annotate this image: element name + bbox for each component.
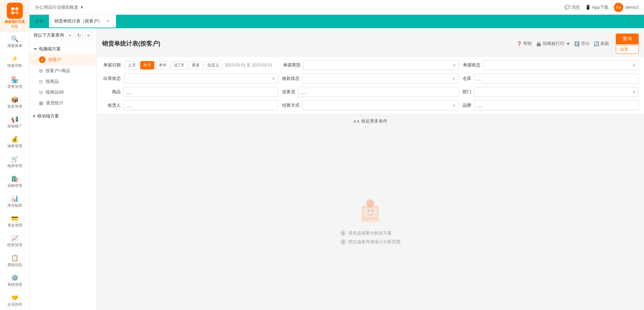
triangle-right-icon — [34, 114, 35, 118]
sidebar-item-operations[interactable]: 📈 经营管理 — [0, 231, 29, 251]
message-btn[interactable]: 💬 消息 — [565, 4, 580, 10]
doc-type-select[interactable]: ∨ — [303, 60, 459, 70]
marketing-icon: 📢 — [11, 116, 18, 123]
doc-status-label: 单据状态 — [463, 62, 480, 68]
industry-selector[interactable]: 办公用品行业模拟账套 ▼ — [35, 4, 84, 10]
settings-btn[interactable]: 设置 — [616, 45, 639, 54]
industry-label: 办公用品行业模拟账套 — [35, 4, 78, 10]
product-select[interactable]: ... — [123, 87, 278, 97]
scheme-refresh-btn[interactable]: ↻ — [75, 32, 83, 39]
scheme-item-by-product-99[interactable]: ⊟ 按商品99 — [30, 87, 96, 98]
user-profile-btn[interactable]: Ea demo2 — [614, 3, 639, 12]
scheme-item-return-stat[interactable]: ▦ 退货统计 — [30, 98, 96, 108]
scheme-item-by-product[interactable]: ⊟ 按商品 — [30, 76, 96, 87]
warehouse-dots[interactable]: ... — [477, 75, 482, 82]
department-select[interactable]: ∨ — [474, 87, 639, 97]
username-label: demo2 — [625, 5, 639, 10]
grid-icon: ⊞ — [39, 68, 43, 73]
filter-row-2: 出库状态 ∨ 收款状态 ∨ 仓库 — [102, 73, 639, 84]
tab-home[interactable]: 首页 — [30, 15, 49, 28]
tab-sales-stat[interactable]: 销货单统计表（按客户） ✕ — [49, 15, 116, 28]
salesperson-select[interactable]: ... — [298, 87, 458, 97]
warehouse-select[interactable]: ... — [474, 73, 639, 84]
finance-icon: 💳 — [11, 215, 18, 222]
scheme-group-mobile-label: 移动端方案 — [37, 113, 59, 119]
app-download-btn[interactable]: 📱 App下载 — [585, 4, 608, 10]
doc-status-select[interactable]: ∨ — [483, 60, 639, 70]
doc-type-filter: 单据类型 ∨ — [283, 60, 459, 70]
sidebar-item-ecommerce[interactable]: 🛒 电商管理 — [0, 152, 29, 172]
recipient-dots[interactable]: ... — [126, 102, 131, 108]
svg-point-3 — [15, 11, 18, 14]
sidebar-item-finance[interactable]: 💳 资金管理 — [0, 211, 29, 231]
sidebar-item-retail[interactable]: 🏪 零售管理 — [0, 73, 29, 93]
svg-point-0 — [11, 7, 14, 10]
scheme-item-by-customer-product[interactable]: ⊞ 按客户+商品 — [30, 65, 96, 76]
out-status-select[interactable]: ∨ — [123, 73, 278, 84]
query-btn[interactable]: 查询 — [616, 34, 639, 44]
logo-icon[interactable] — [7, 3, 23, 19]
salesperson-dots[interactable]: ... — [301, 89, 306, 95]
scheme-item-label-customer-product: 按客户+商品 — [46, 68, 70, 74]
sidebar-item-marketing[interactable]: 📢 营销推广 — [0, 112, 29, 132]
sidebar-item-sales[interactable]: 💰 销售管理 — [0, 132, 29, 152]
triangle-down-icon — [34, 48, 37, 50]
sidebar-item-enterprise[interactable]: 🤝 企业协同 — [0, 291, 29, 310]
filter-section: 单据日期 上月 本月 本年 近7天 更多 自定义 2023-03-01 至 20… — [97, 57, 644, 114]
department-filter: 部门 ∨ — [463, 87, 639, 97]
date-custom-btn[interactable]: 自定义 — [204, 61, 222, 69]
tab-close-btn[interactable]: ✕ — [105, 18, 110, 24]
scheme-header-actions: + ↻ « — [66, 32, 92, 39]
date-filter-label: 单据日期 — [102, 62, 121, 68]
scheme-item-by-customer[interactable]: ● 按客户 — [30, 54, 96, 65]
salesperson-filter: 业务员 ... — [282, 87, 458, 97]
out-status-filter: 出库状态 ∨ — [102, 73, 278, 84]
date-this-month-btn[interactable]: 本月 — [140, 61, 154, 69]
sales-icon: 💰 — [11, 136, 18, 143]
date-this-year-btn[interactable]: 本年 — [156, 61, 170, 69]
help-btn[interactable]: ❓ 帮助 — [517, 41, 532, 47]
scheme-header: 按以下方案查询 + ↻ « — [30, 28, 96, 43]
table-icon: ⊟ — [39, 79, 43, 84]
sidebar-item-purchase[interactable]: 🛍️ 采购管理 — [0, 172, 29, 192]
date-more-btn[interactable]: 更多 — [189, 61, 203, 69]
settlement-select[interactable]: ∨ — [302, 100, 458, 110]
header-left: 办公用品行业模拟账套 ▼ — [35, 4, 84, 10]
scheme-group-desktop-header[interactable]: 电脑端方案 — [30, 44, 96, 54]
product-filter: 商品 ... — [102, 87, 278, 97]
warehouse-label: 仓库 — [463, 75, 471, 82]
wholesale-icon: 📦 — [11, 96, 18, 103]
date-last-7-days-btn[interactable]: 近7天 — [171, 61, 187, 69]
maximize-icon[interactable]: ⤢ — [638, 19, 641, 24]
sidebar-item-system[interactable]: ⚙️ 系统管理 — [0, 271, 29, 291]
scheme-add-btn[interactable]: + — [66, 32, 73, 39]
sidebar-item-wholesale[interactable]: 📦 批发管理 — [0, 93, 29, 112]
maximize-area: ✕ ⤢ — [628, 15, 644, 28]
sidebar-item-basic[interactable]: 📋 基础信息 — [0, 251, 29, 271]
collapse-conditions-btn[interactable]: ∧∧ 收起更多条件 — [349, 117, 391, 125]
scheme-group-mobile-header[interactable]: 移动端方案 — [30, 111, 96, 121]
print-dropdown-icon: ▼ — [566, 41, 570, 46]
scheme-collapse-btn[interactable]: « — [85, 32, 92, 39]
out-status-chevron: ∨ — [272, 76, 275, 81]
date-last-month-btn[interactable]: 上月 — [125, 61, 139, 69]
close-window-icon[interactable]: ✕ — [631, 19, 635, 24]
brand-dots[interactable]: ... — [477, 102, 482, 108]
sidebar-item-inventory[interactable]: 📊 库存核算 — [0, 192, 29, 211]
product-dots[interactable]: ... — [126, 89, 131, 95]
print-btn[interactable]: 🖨️ 按模板打印 ▼ — [536, 41, 570, 47]
export-btn[interactable]: ⬆️ 导出 — [574, 41, 590, 47]
recipient-select[interactable]: ... — [123, 100, 278, 110]
collapse-bar: ∧∧ 收起更多条件 — [97, 114, 644, 128]
payment-status-select[interactable]: ∨ — [302, 73, 458, 84]
sidebar-item-search[interactable]: 🔍 搜索菜单 — [0, 32, 29, 52]
ecommerce-icon: 🛒 — [11, 155, 18, 163]
payment-status-filter: 收款状态 ∨ — [282, 73, 458, 84]
logo-text: 畅捷通好生意 标版 — [5, 19, 25, 29]
date-button-group: 上月 本月 本年 近7天 更多 自定义 2023-03-01 至 2023-03… — [125, 61, 272, 69]
refresh-btn[interactable]: 🔄 刷新 — [594, 41, 609, 47]
scheme-group-desktop: 电脑端方案 ● 按客户 ⊞ 按客户+商品 ⊟ 按商品 ⊟ — [30, 43, 96, 110]
scheme-item-label-product: 按商品 — [46, 79, 59, 85]
brand-select[interactable]: ... — [474, 100, 639, 110]
sidebar-item-quick-nav[interactable]: ⚡ 快捷导航 — [0, 52, 29, 71]
